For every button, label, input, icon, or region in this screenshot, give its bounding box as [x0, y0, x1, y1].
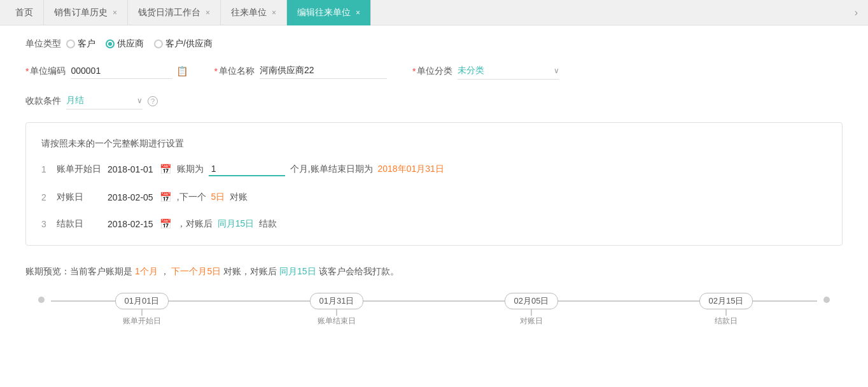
setting-highlight-2: 5日	[211, 192, 225, 203]
unit-code-input[interactable]	[71, 63, 172, 79]
tab-label-partner-units: 往来单位	[231, 7, 267, 18]
timeline-label-4: 结款日	[715, 316, 738, 327]
payment-condition-select[interactable]: 月结 ∨	[66, 92, 143, 109]
tab-label-sales-order-history: 销售订单历史	[54, 7, 108, 18]
cal-icon-1[interactable]: 📅	[160, 164, 172, 175]
timeline-badge-2: 01月31日	[310, 293, 364, 309]
setting-row-1: 1 账单开始日 2018-01-01 📅 账期为 个月,账单结束日期为 2018…	[41, 162, 827, 176]
setting-label-3: 结款日	[57, 218, 108, 230]
setting-suffix-3a: ，对账后	[177, 218, 213, 230]
preview-part1: 1个月	[135, 266, 158, 276]
unit-type-radio-group: 客户 供应商 客户/供应商	[66, 38, 213, 50]
payment-condition-group: 收款条件 月结 ∨ ?	[25, 92, 158, 109]
setting-highlight-1: 2018年01月31日	[378, 164, 444, 175]
timeline-label-3: 对账日	[520, 316, 543, 327]
tab-label-home: 首页	[15, 7, 33, 18]
tab-partner-units[interactable]: 往来单位 ×	[221, 0, 287, 25]
tab-close-sales-order-history[interactable]: ×	[113, 8, 117, 17]
setting-date-3: 2018-02-15	[108, 219, 153, 229]
timeline-node-2: 01月31日 账单结束日	[239, 293, 434, 327]
setting-label-1: 账单开始日	[57, 164, 108, 175]
setting-suffix-2a: ,下一个	[177, 192, 206, 203]
radio-label-supplier: 供应商	[117, 38, 144, 50]
tab-more-button[interactable]: ›	[850, 7, 863, 18]
radio-label-both: 客户/供应商	[165, 38, 213, 50]
cal-icon-3[interactable]: 📅	[160, 218, 172, 230]
tab-bar: 首页 销售订单历史 × 钱货日清工作台 × 往来单位 × 编辑往来单位 × ›	[0, 0, 868, 25]
payment-condition-chevron: ∨	[137, 96, 143, 105]
timeline-node-1: 01月01日 账单开始日	[45, 293, 239, 327]
tab-close-partner-units[interactable]: ×	[272, 8, 276, 17]
payment-condition-value: 月结	[66, 95, 132, 106]
timeline-container: 01月01日 账单开始日 01月31日 账单结束日 02月05日 对账日	[25, 293, 843, 327]
timeline-end-dot	[823, 297, 830, 303]
main-content: 单位类型 客户 供应商 客户/供应商 * 单位编码	[0, 25, 868, 387]
setting-row-3: 3 结款日 2018-02-15 📅 ，对账后 同月15日 结款	[41, 218, 827, 230]
setting-suffix-3b: 结款	[259, 218, 277, 230]
timeline-left-dot	[38, 297, 45, 303]
unit-code-icon[interactable]: 📋	[176, 66, 188, 77]
preview-text: 账期预览：当前客户账期是 1个月 ， 下一个月5日 对账，对账后 同月15日 该…	[25, 266, 843, 278]
card-title: 请按照未来的一个完整帐期进行设置	[41, 138, 827, 150]
tab-label-cash-ledger: 钱货日清工作台	[138, 7, 200, 18]
timeline-node-4: 02月15日 结款日	[629, 293, 823, 327]
setting-date-1: 2018-01-01	[108, 164, 153, 174]
unit-name-label: 单位名称	[219, 66, 255, 77]
timeline-connector-3	[531, 309, 532, 316]
month-input[interactable]	[209, 162, 285, 176]
help-icon[interactable]: ?	[148, 96, 158, 106]
timeline-connector-1	[141, 309, 143, 316]
settings-card: 请按照未来的一个完整帐期进行设置 1 账单开始日 2018-01-01 📅 账期…	[25, 122, 843, 246]
setting-num-1: 1	[41, 164, 57, 174]
cal-icon-2[interactable]: 📅	[160, 192, 172, 203]
radio-supplier[interactable]: 供应商	[106, 38, 144, 50]
setting-num-3: 3	[41, 219, 57, 229]
preview-suffix: 该客户会给我打款。	[319, 266, 399, 276]
unit-type-label: 单位类型	[25, 38, 61, 50]
unit-info-row: * 单位编码 📋 * 单位名称 * 单位分类 未分类 ∨	[25, 62, 843, 80]
setting-suffix-2b: 对账	[230, 192, 248, 203]
preview-mid1: ，	[160, 266, 169, 276]
unit-name-required: *	[214, 66, 217, 76]
preview-section: 账期预览：当前客户账期是 1个月 ， 下一个月5日 对账，对账后 同月15日 该…	[25, 256, 843, 337]
radio-label-customer: 客户	[78, 38, 95, 50]
timeline-label-2: 账单结束日	[318, 316, 356, 327]
radio-circle-customer	[66, 39, 75, 48]
unit-code-required: *	[25, 66, 29, 76]
timeline-badge-3: 02月05日	[505, 293, 559, 309]
payment-condition-label: 收款条件	[25, 95, 61, 107]
tab-close-cash-ledger[interactable]: ×	[206, 8, 210, 17]
preview-mid2: 对账，对账后	[223, 266, 277, 276]
tab-cash-ledger[interactable]: 钱货日清工作台 ×	[128, 0, 221, 25]
unit-category-chevron: ∨	[554, 66, 559, 75]
unit-name-input[interactable]	[260, 63, 387, 79]
preview-prefix: 账期预览：当前客户账期是	[25, 266, 132, 276]
radio-customer[interactable]: 客户	[66, 38, 95, 50]
timeline-start-dot	[38, 297, 45, 303]
unit-type-row: 单位类型 客户 供应商 客户/供应商	[25, 38, 843, 50]
radio-circle-supplier	[106, 39, 115, 48]
timeline-node-3: 02月05日 对账日	[434, 293, 629, 327]
timeline-connector-4	[725, 309, 727, 316]
timeline-right-dot	[823, 297, 830, 303]
setting-highlight-3: 同月15日	[218, 218, 255, 230]
tab-home[interactable]: 首页	[5, 0, 44, 25]
tab-close-edit-partner-unit[interactable]: ×	[356, 8, 360, 17]
unit-category-group: * 单位分类 未分类 ∨	[412, 62, 559, 80]
unit-name-group: * 单位名称	[214, 63, 386, 79]
tab-sales-order-history[interactable]: 销售订单历史 ×	[44, 0, 128, 25]
timeline: 01月01日 账单开始日 01月31日 账单结束日 02月05日 对账日	[38, 293, 830, 327]
unit-code-group: * 单位编码 📋	[25, 63, 188, 79]
radio-both[interactable]: 客户/供应商	[154, 38, 213, 50]
unit-category-label: 单位分类	[417, 66, 452, 77]
timeline-connector-2	[336, 309, 337, 316]
tab-edit-partner-unit[interactable]: 编辑往来单位 ×	[287, 0, 371, 25]
setting-num-2: 2	[41, 192, 57, 202]
setting-suffix-1b: 个月,账单结束日期为	[290, 164, 373, 175]
unit-category-select[interactable]: 未分类 ∨	[458, 62, 559, 80]
preview-part2: 下一个月5日	[171, 266, 221, 276]
unit-type-group: 单位类型 客户 供应商 客户/供应商	[25, 38, 213, 50]
unit-category-required: *	[412, 66, 416, 76]
payment-condition-row: 收款条件 月结 ∨ ?	[25, 92, 843, 109]
tab-label-edit-partner-unit: 编辑往来单位	[297, 7, 351, 18]
